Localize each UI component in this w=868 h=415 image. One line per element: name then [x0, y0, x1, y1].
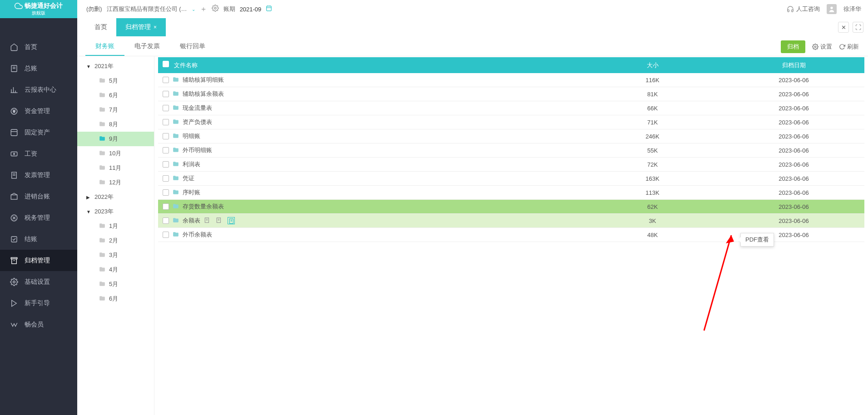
tree-month[interactable]: 5月 — [77, 277, 154, 291]
row-checkbox[interactable] — [163, 147, 169, 153]
table-row[interactable]: 明细账246K2023-06-06 — [158, 129, 864, 143]
sidebar-item-archive[interactable]: 归档管理 — [0, 250, 77, 271]
tree-month[interactable]: 10月 — [77, 146, 154, 161]
row-checkbox[interactable] — [163, 77, 169, 83]
row-checkbox[interactable] — [163, 203, 169, 210]
table-row[interactable]: 余额表3K2023-06-06 — [158, 214, 864, 228]
file-name: 现金流量表 — [183, 104, 212, 112]
sidebar-item-salary[interactable]: 工资 — [0, 143, 77, 164]
file-date: 2023-06-06 — [723, 101, 864, 115]
sidebar-item-ledger[interactable]: 总账 — [0, 58, 77, 79]
table-row[interactable]: 资产负债表71K2023-06-06 — [158, 115, 864, 129]
calendar-icon[interactable] — [266, 5, 272, 13]
table-row[interactable]: 辅助核算余额表81K2023-06-06 — [158, 87, 864, 101]
sidebar-item-tax[interactable]: 税务管理 — [0, 207, 77, 228]
folder-icon — [99, 121, 105, 128]
row-checkbox[interactable] — [163, 91, 169, 97]
tree-month[interactable]: 11月 — [77, 161, 154, 175]
company-dropdown-icon[interactable]: ⌄ — [192, 7, 195, 12]
company-name[interactable]: 江西服宝精品有限责任公司 (… — [107, 5, 187, 13]
tab-label: 归档管理 — [125, 23, 151, 31]
sidebar-item-asset[interactable]: 固定资产 — [0, 122, 77, 143]
row-checkbox[interactable] — [163, 232, 169, 238]
subtab-财务账[interactable]: 财务账 — [85, 38, 124, 56]
tree-month[interactable]: 2月 — [77, 233, 154, 248]
sidebar-item-label: 畅会员 — [25, 321, 44, 329]
pdf-view-icon[interactable] — [228, 217, 235, 224]
row-checkbox[interactable] — [163, 175, 169, 182]
sidebar-item-money[interactable]: ¥资金管理 — [0, 100, 77, 122]
file-date: 2023-06-06 — [723, 143, 864, 158]
row-checkbox[interactable] — [163, 189, 169, 196]
sidebar-item-chart[interactable]: 云报表中心 — [0, 79, 77, 100]
avatar-icon[interactable] — [827, 4, 837, 14]
tree-year[interactable]: ▼2021年 — [77, 59, 154, 74]
tab-close-icon[interactable]: × — [154, 24, 157, 30]
tree-month[interactable]: 6月 — [77, 88, 154, 103]
row-checkbox[interactable] — [163, 133, 169, 139]
fullscreen-button[interactable]: ⛶ — [853, 22, 863, 33]
tree-year[interactable]: ▶2022年 — [77, 190, 154, 204]
refresh-link[interactable]: 刷新 — [839, 43, 859, 51]
sidebar-item-closing[interactable]: 结账 — [0, 228, 77, 250]
subtab-电子发票[interactable]: 电子发票 — [124, 38, 170, 56]
sidebar-item-vip[interactable]: 畅会员 — [0, 314, 77, 335]
sidebar-item-guide[interactable]: 新手引导 — [0, 292, 77, 314]
folder-icon — [173, 104, 179, 112]
table-row[interactable]: 外币明细账55K2023-06-06 — [158, 143, 864, 158]
table-row[interactable]: 存货数量余额表62K2023-06-06 — [158, 200, 864, 214]
tab-归档管理[interactable]: 归档管理× — [116, 18, 166, 36]
file-name: 序时账 — [183, 188, 200, 197]
tree-month[interactable]: 6月 — [77, 291, 154, 306]
tree-month[interactable]: 9月 — [77, 132, 154, 146]
period-value[interactable]: 2021-09 — [240, 6, 262, 13]
table-row[interactable]: 辅助核算明细账116K2023-06-06 — [158, 73, 864, 87]
settings-icon — [10, 278, 18, 286]
tree-month-label: 8月 — [109, 120, 118, 128]
tree-month[interactable]: 5月 — [77, 74, 154, 88]
tree-month[interactable]: 7月 — [77, 103, 154, 117]
sidebar-item-inventory[interactable]: 进销台账 — [0, 186, 77, 207]
svg-rect-26 — [11, 237, 17, 242]
sidebar-item-label: 税务管理 — [25, 214, 50, 222]
pdf-download-icon[interactable] — [216, 217, 223, 224]
row-checkbox[interactable] — [163, 105, 169, 111]
tree-month[interactable]: 3月 — [77, 248, 154, 262]
inventory-icon — [10, 193, 18, 201]
tree-month[interactable]: 8月 — [77, 117, 154, 132]
tree-month-label: 3月 — [109, 251, 118, 259]
tab-首页[interactable]: 首页 — [85, 18, 116, 36]
row-checkbox[interactable] — [163, 119, 169, 125]
user-name[interactable]: 徐泽华 — [843, 5, 861, 13]
sidebar-item-home[interactable]: 首页 — [0, 36, 77, 58]
plus-icon[interactable]: ＋ — [200, 5, 207, 14]
sidebar-item-settings[interactable]: 基础设置 — [0, 271, 77, 292]
row-checkbox[interactable] — [163, 217, 169, 224]
tree-year[interactable]: ▼2023年 — [77, 204, 154, 219]
settings-link[interactable]: 设置 — [812, 43, 832, 51]
table-row[interactable]: 利润表72K2023-06-06 — [158, 158, 864, 172]
tab-close-button[interactable]: ✕ — [838, 22, 849, 33]
sidebar-item-invoice[interactable]: 发票管理 — [0, 164, 77, 186]
archive-button[interactable]: 归档 — [781, 40, 805, 53]
col-size: 大小 — [582, 57, 723, 73]
folder-icon — [99, 281, 105, 288]
sidebar-item-label: 归档管理 — [25, 257, 50, 265]
select-all-checkbox[interactable] — [163, 61, 169, 67]
subtab-银行回单[interactable]: 银行回单 — [170, 38, 215, 56]
svg-rect-17 — [11, 152, 17, 156]
table-row[interactable]: 凭证163K2023-06-06 — [158, 172, 864, 186]
consult-link[interactable]: 人工咨询 — [787, 5, 820, 13]
table-row[interactable]: 现金流量表66K2023-06-06 — [158, 101, 864, 115]
tree-month[interactable]: 1月 — [77, 219, 154, 233]
tree-month[interactable]: 4月 — [77, 262, 154, 277]
sidebar-item-label: 资金管理 — [25, 107, 50, 115]
tree-month[interactable]: 12月 — [77, 175, 154, 190]
file-date: 2023-06-06 — [723, 172, 864, 186]
excel-download-icon[interactable] — [204, 217, 211, 224]
row-checkbox[interactable] — [163, 161, 169, 168]
sidebar-item-label: 总账 — [25, 64, 37, 73]
gear-icon[interactable] — [212, 5, 219, 14]
table-row[interactable]: 序时账113K2023-06-06 — [158, 186, 864, 200]
file-size: 62K — [582, 200, 723, 214]
